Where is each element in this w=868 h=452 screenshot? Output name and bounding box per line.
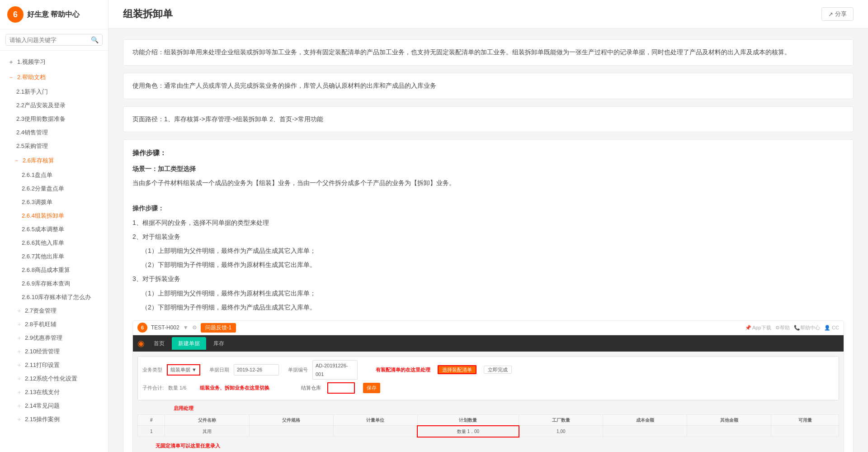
annotation-hasbom: 有装配清单的在这里处理 — [376, 366, 430, 374]
sim-id-label: 单据编号 — [288, 366, 308, 374]
sidebar-item-s261[interactable]: 2.6.1盘点单 — [0, 168, 108, 182]
step2: 2、对于组装业务 — [132, 231, 844, 243]
sim-confirm-label[interactable]: 立即完成 — [484, 366, 512, 374]
screenshot-container: 6 TEST-H002 ▼ ⚙ 问题反馈-1 📌 App下载 ⚙帮助 📞帮助中心… — [132, 320, 844, 452]
share-icon: ↗ — [828, 11, 833, 18]
main-header: 组装拆卸单 ↗ 分享 — [108, 0, 868, 29]
annotation-process: 启用处理 — [174, 404, 193, 413]
sidebar-item-s29[interactable]: ＋2.9优惠券管理 — [0, 331, 108, 345]
share-button[interactable]: ↗ 分享 — [821, 7, 854, 21]
upper-table-body: 1 其用 数量 1，00 1,00 — [138, 426, 839, 437]
sim-type-value[interactable]: 组装单据 ▼ — [167, 364, 200, 376]
sim-logo: 6 — [137, 323, 147, 333]
sim-nav-tab-neworder[interactable]: 新建单据 — [172, 337, 206, 350]
search-icon[interactable]: 🔍 — [91, 36, 99, 43]
sidebar-item-s213[interactable]: ＋2.13在线支付 — [0, 385, 108, 399]
sidebar-item-docs[interactable]: － 2.帮助文档 — [0, 70, 108, 85]
sidebar: 6 好生意 帮助中心 🔍 ＋ 1.视频学习 － 2.帮助文档 2.1新手入门 2… — [0, 0, 108, 452]
sidebar-item-s215[interactable]: ＋2.15操作案例 — [0, 413, 108, 426]
col-parent-spec: 父件规格 — [249, 414, 333, 426]
desc-box-1: 功能介绍：组装拆卸单用来处理企业组装或拆卸等加工业务，支持有固定装配清单的产品加… — [123, 39, 854, 66]
sim-save-btn[interactable]: 保存 — [363, 383, 380, 393]
sim-annotation-row: 启用处理 — [137, 404, 839, 413]
search-area: 🔍 — [0, 29, 108, 51]
sim-id-value[interactable]: AD-20191226-001 — [312, 360, 358, 380]
sidebar-item-s22[interactable]: 2.2产品安装及登录 — [0, 99, 108, 112]
logo-icon: 6 — [7, 6, 24, 23]
sidebar-item-s262[interactable]: 2.6.2分量盘点单 — [0, 182, 108, 195]
step2-1: （1）上部明细为父件明细，最终作为产成品生成其它入库单； — [132, 245, 844, 257]
sidebar-item-s268[interactable]: 2.6.8商品成本重算 — [0, 263, 108, 277]
sim-nav-home[interactable]: 首页 — [154, 339, 165, 348]
sim-confirm-btn[interactable]: 立即完成 — [484, 366, 512, 374]
sidebar-item-s214[interactable]: ＋2.14常见问题 — [0, 399, 108, 413]
content-area: 功能介绍：组装拆卸单用来处理企业组装或拆卸等加工业务，支持有固定装配清单的产品加… — [108, 29, 868, 452]
desc-text-1: 功能介绍：组装拆卸单用来处理企业组装或拆卸等加工业务，支持有固定装配清单的产品加… — [132, 47, 844, 58]
sidebar-item-s269[interactable]: 2.6.9库存账本查询 — [0, 277, 108, 290]
col-available: 可用量 — [771, 414, 839, 426]
path-text: 页面路径：1、库存核算->库存管理->组装拆卸单 2、首页->常用功能 — [132, 114, 844, 125]
sim-topbar-left: 6 TEST-H002 ▼ ⚙ 问题反馈-1 — [137, 323, 236, 333]
sim-nav-logo: ◉ — [137, 337, 145, 351]
app-name: 好生意 帮助中心 — [27, 10, 80, 19]
step3: 3、对于拆装业务 — [132, 273, 844, 285]
sim-count-label: 子件合计: — [142, 384, 164, 392]
sim-choose-bom-btn[interactable]: 选择装配清单 — [438, 366, 476, 374]
sidebar-item-s28[interactable]: ＋2.8手机旺辅 — [0, 318, 108, 331]
sim-feedback-btn[interactable]: 问题反馈-1 — [201, 323, 236, 333]
sim-count-val: 数量 1/6 — [168, 384, 186, 392]
sim-nav-inventory[interactable]: 库存 — [213, 339, 224, 348]
steps-title: 操作步骤： — [132, 147, 844, 159]
annotation-type-switch: 组装业务、拆卸业务在这里切换 — [200, 384, 269, 392]
sidebar-item-s2610[interactable]: 2.6.10库存账本错了怎么办 — [0, 290, 108, 304]
col-factory-qty: 工厂数量 — [519, 414, 603, 426]
sim-topbar: 6 TEST-H002 ▼ ⚙ 问题反馈-1 📌 App下载 ⚙帮助 📞帮助中心… — [133, 321, 844, 335]
sim-form-area: 业务类型 组装单据 ▼ 单据日期 2019-12-26 单据编号 AD-2019… — [137, 356, 839, 400]
sidebar-item-s21[interactable]: 2.1新手入门 — [0, 85, 108, 99]
logo-area: 6 好生意 帮助中心 — [0, 0, 108, 29]
sidebar-item-s26[interactable]: － 2.6库存核算 — [0, 153, 108, 168]
sidebar-item-video[interactable]: ＋ 1.视频学习 — [0, 54, 108, 70]
nav-list: ＋ 1.视频学习 － 2.帮助文档 2.1新手入门 2.2产品安装及登录 2.3… — [0, 51, 108, 430]
sim-topbar-icons: 📌 App下载 ⚙帮助 📞帮助中心 👤 CC — [745, 324, 839, 332]
sidebar-item-s265[interactable]: 2.6.5成本调整单 — [0, 223, 108, 236]
step3-2: （2）下部明细为子件明细，最终作为产成品生成其它入库单。 — [132, 302, 844, 313]
desc-box-2: 使用角色：通常由生产人员或库管人员完成拆装业务的操作，库管人员确认原材料的出库和… — [123, 73, 854, 99]
steps-box: 操作步骤： 场景一：加工类型选择 当由多个子件材料组装成一个成品的业务为【组装】… — [123, 139, 854, 452]
search-box[interactable]: 🔍 — [5, 34, 103, 46]
sim-warehouse-label: 结算仓库 — [301, 384, 321, 392]
main-content: 组装拆卸单 ↗ 分享 功能介绍：组装拆卸单用来处理企业组装或拆卸等加工业务，支持… — [108, 0, 868, 452]
scene1-desc: 当由多个子件材料组装成一个成品的业务为【组装】业务，当由一个父件拆分成多个子产品… — [132, 177, 844, 189]
sidebar-item-s212[interactable]: ＋2.12系统个性化设置 — [0, 372, 108, 385]
sidebar-item-s263[interactable]: 2.6.3调拨单 — [0, 195, 108, 209]
sidebar-item-s23[interactable]: 2.3使用前数据准备 — [0, 112, 108, 126]
sim-form-row-1: 业务类型 组装单据 ▼ 单据日期 2019-12-26 单据编号 AD-2019… — [142, 360, 834, 380]
sim-nav: ◉ 首页 新建单据 库存 — [133, 335, 844, 352]
steps-subtitle: 操作步骤： — [132, 205, 164, 212]
sim-date-value[interactable]: 2019-12-26 — [234, 364, 279, 376]
col-cost-amt: 成本金额 — [603, 414, 687, 426]
sidebar-item-s25[interactable]: 2.5采购管理 — [0, 139, 108, 153]
sidebar-item-s211[interactable]: ＋2.11打印设置 — [0, 358, 108, 372]
path-box: 页面路径：1、库存核算->库存管理->组装拆卸单 2、首页->常用功能 — [123, 106, 854, 133]
annotation-nobom-row: 无固定清单可以这里任意录入 — [137, 440, 839, 451]
sidebar-item-s24[interactable]: 2.4销售管理 — [0, 126, 108, 139]
sim-type-label: 业务类型 — [142, 366, 162, 374]
sidebar-item-s210[interactable]: ＋2.10经营管理 — [0, 345, 108, 358]
desc-text-2: 使用角色：通常由生产人员或库管人员完成拆装业务的操作，库管人员确认原材料的出库和… — [132, 81, 844, 91]
search-input[interactable] — [9, 37, 91, 43]
sim-screen: 6 TEST-H002 ▼ ⚙ 问题反馈-1 📌 App下载 ⚙帮助 📞帮助中心… — [133, 321, 844, 452]
sim-topbar-id: TEST-H002 — [151, 323, 179, 332]
sim-choose-bom-label[interactable]: 选择装配清单 — [438, 365, 476, 374]
step1: 1、根据不同的业务，选择不同单据的类型来处理 — [132, 217, 844, 228]
sidebar-item-s266[interactable]: 2.6.6其他入库单 — [0, 236, 108, 250]
col-hash: # — [138, 414, 165, 426]
col-parent-name: 父件名称 — [165, 414, 249, 426]
minus-icon-s26: － — [13, 157, 20, 164]
sim-body: 业务类型 组装单据 ▼ 单据日期 2019-12-26 单据编号 AD-2019… — [133, 352, 844, 452]
sim-warehouse-input[interactable] — [327, 382, 355, 394]
sidebar-item-s264[interactable]: 2.6.4组装拆卸单 — [0, 209, 108, 223]
sidebar-item-s267[interactable]: 2.6.7其他出库单 — [0, 250, 108, 263]
sidebar-item-s27[interactable]: ＋2.7资金管理 — [0, 304, 108, 318]
upper-table: # 父件名称 父件规格 计量单位 计划数量 工厂数量 成本金额 其他金额 可用量 — [137, 414, 839, 438]
